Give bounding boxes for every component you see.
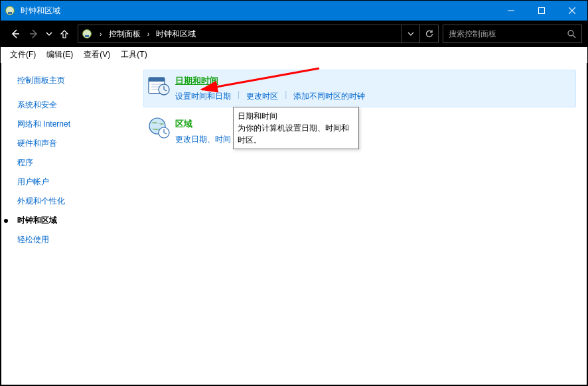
sidebar-item-hardware-sound[interactable]: 硬件和声音 — [15, 134, 135, 153]
menu-edit[interactable]: 编辑(E) — [41, 47, 78, 62]
search-icon[interactable] — [567, 29, 576, 38]
tooltip-title: 日期和时间 — [238, 110, 354, 122]
chevron-right-icon[interactable]: › — [143, 30, 154, 38]
svg-line-11 — [573, 35, 575, 38]
menu-tools[interactable]: 工具(T) — [115, 47, 152, 62]
svg-rect-9 — [85, 35, 89, 37]
nav-forward-button[interactable] — [25, 25, 43, 43]
maximize-button[interactable] — [526, 1, 557, 21]
sidebar-item-ease-of-access[interactable]: 轻松使用 — [15, 230, 135, 249]
search-box[interactable]: 搜索控制面板 — [443, 25, 582, 43]
control-panel-window: 时钟和区域 — [0, 0, 588, 386]
nav-up-button[interactable] — [55, 25, 74, 43]
sidebar-header[interactable]: 控制面板主页 — [15, 71, 135, 90]
link-add-clocks[interactable]: 添加不同时区的时钟 — [293, 90, 365, 103]
recent-locations-button[interactable] — [43, 25, 55, 43]
close-button[interactable] — [557, 1, 587, 21]
tooltip: 日期和时间 为你的计算机设置日期、时间和时区。 — [233, 107, 359, 149]
sidebar-item-system-security[interactable]: 系统和安全 — [15, 96, 135, 115]
titlebar: 时钟和区域 — [1, 1, 587, 21]
svg-rect-3 — [539, 8, 545, 14]
sidebar-item-clock-region[interactable]: 时钟和区域 — [15, 211, 135, 230]
sidebar-item-appearance[interactable]: 外观和个性化 — [15, 192, 135, 211]
clock-calendar-icon — [146, 74, 173, 100]
address-bar[interactable]: › 控制面板 › 时钟和区域 — [78, 25, 439, 43]
sidebar: 控制面板主页 系统和安全 网络和 Internet 硬件和声音 程序 用户帐户 … — [1, 63, 141, 385]
category-region[interactable]: 区域 更改日期、时间 — [143, 113, 576, 151]
svg-rect-1 — [8, 12, 12, 14]
category-date-time[interactable]: 日期和时间 设置时间和日期 | 更改时区 | 添加不同时区的时钟 — [143, 70, 576, 107]
link-change-timezone[interactable]: 更改时区 — [246, 90, 278, 103]
link-set-time-date[interactable]: 设置时间和日期 — [175, 90, 231, 103]
window-title: 时钟和区域 — [19, 1, 496, 21]
category-region-title[interactable]: 区域 — [175, 117, 192, 133]
svg-point-10 — [568, 31, 573, 36]
category-date-time-title[interactable]: 日期和时间 — [175, 74, 218, 90]
address-dropdown-button[interactable] — [401, 25, 419, 42]
nav-row: › 控制面板 › 时钟和区域 搜索控制面板 — [1, 21, 587, 47]
link-change-date-time-format[interactable]: 更改日期、时间 — [175, 133, 231, 147]
breadcrumb-current[interactable]: 时钟和区域 — [153, 29, 198, 40]
sidebar-item-user-accounts[interactable]: 用户帐户 — [15, 172, 135, 192]
tooltip-body: 为你的计算机设置日期、时间和时区。 — [238, 122, 354, 146]
menu-file[interactable]: 文件(F) — [5, 47, 41, 62]
control-panel-icon — [1, 5, 19, 16]
separator: | — [278, 90, 293, 103]
menu-bar: 文件(F) 编辑(E) 查看(V) 工具(T) — [1, 47, 587, 63]
svg-rect-13 — [149, 78, 165, 82]
separator: | — [231, 90, 246, 103]
sidebar-item-programs[interactable]: 程序 — [15, 153, 135, 172]
content-area: 日期和时间 设置时间和日期 | 更改时区 | 添加不同时区的时钟 — [141, 63, 587, 385]
globe-clock-icon — [146, 117, 173, 143]
search-placeholder: 搜索控制面板 — [449, 29, 567, 40]
menu-view[interactable]: 查看(V) — [78, 47, 115, 62]
control-panel-icon — [78, 29, 96, 39]
chevron-right-icon[interactable]: › — [96, 30, 106, 38]
refresh-button[interactable] — [419, 25, 438, 42]
nav-back-button[interactable] — [6, 25, 25, 43]
breadcrumb-root[interactable]: 控制面板 — [106, 29, 143, 40]
minimize-button[interactable] — [496, 1, 526, 21]
sidebar-item-network-internet[interactable]: 网络和 Internet — [15, 115, 135, 134]
